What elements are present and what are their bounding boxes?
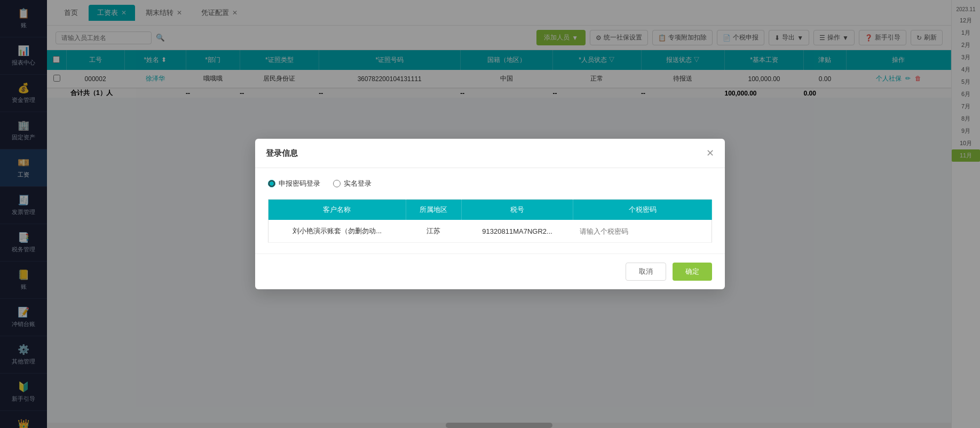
inner-col-password: 个税密码 [573,200,712,220]
radio-password-input[interactable] [268,180,275,187]
modal-body: 申报密码登录 实名登录 客户名称 所属地区 税号 个税密码 [255,168,725,253]
client-tax-id-cell: 91320811MA7NGR2... [461,220,573,243]
radio-password-login[interactable]: 申报密码登录 [268,179,320,188]
modal-footer: 取消 确定 [255,253,725,289]
modal-close-button[interactable]: ✕ [706,147,714,159]
tax-password-input[interactable] [580,227,705,235]
inner-col-client: 客户名称 [268,200,406,220]
radio-realname-login[interactable]: 实名登录 [333,179,372,188]
modal-overlay: 登录信息 ✕ 申报密码登录 实名登录 客户名称 所属地区 [0,0,980,428]
cancel-button[interactable]: 取消 [626,263,666,281]
login-info-modal: 登录信息 ✕ 申报密码登录 实名登录 客户名称 所属地区 [255,139,725,289]
confirm-button[interactable]: 确定 [673,263,712,281]
client-password-cell[interactable] [573,220,712,243]
login-type-radio-group: 申报密码登录 实名登录 [268,179,712,188]
radio-realname-input[interactable] [333,180,341,187]
client-name-cell: 刘小艳演示账套（勿删勿动... [268,220,406,243]
client-table-row: 刘小艳演示账套（勿删勿动... 江苏 91320811MA7NGR2... [268,220,712,243]
modal-title: 登录信息 [266,148,298,158]
inner-col-tax-id: 税号 [461,200,573,220]
client-region-cell: 江苏 [406,220,461,243]
modal-header: 登录信息 ✕ [255,139,725,168]
inner-col-region: 所属地区 [406,200,461,220]
client-table: 客户名称 所属地区 税号 个税密码 刘小艳演示账套（勿删勿动... 江苏 913… [268,199,712,243]
